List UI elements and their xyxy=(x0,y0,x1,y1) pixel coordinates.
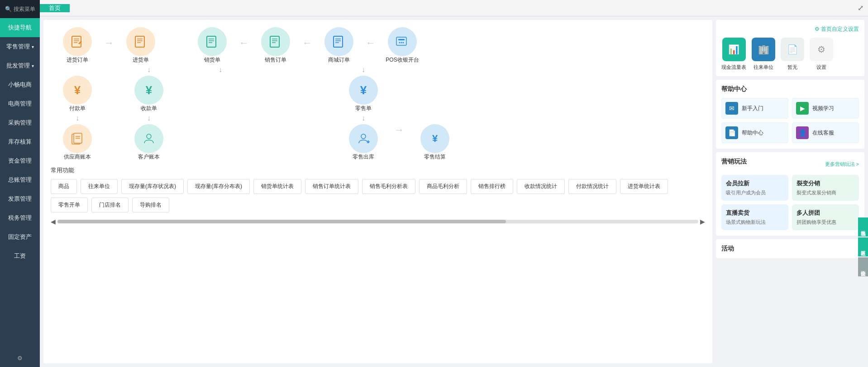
circle-sales-order[interactable] xyxy=(261,27,290,56)
circle-retail-bill[interactable]: ¥ xyxy=(349,76,378,105)
common-function-button[interactable]: 付款情况统计 xyxy=(568,179,616,194)
v-arrow-sales-order xyxy=(265,66,319,74)
node-purchase-bill[interactable]: 进货单 xyxy=(114,27,167,64)
help-item[interactable]: ✉新手入门 xyxy=(721,98,788,119)
sidebar-item-ledger[interactable]: 总账管理 xyxy=(0,170,40,189)
common-function-button[interactable]: 往来单位 xyxy=(81,179,118,194)
marketing-item[interactable]: 多人拼团拼团购物享受优惠 xyxy=(792,204,859,230)
marketing-item-title: 多人拼团 xyxy=(796,209,854,217)
node-receipt[interactable]: ¥ 收款单 xyxy=(122,76,176,112)
marketing-more[interactable]: 更多营销玩法 > xyxy=(825,161,859,168)
marketing-panel: 营销玩法 更多营销玩法 > 会员拉新吸引用户成为会员裂变分销裂变式发展分销商直播… xyxy=(716,152,864,236)
scroll-right[interactable]: ▶ xyxy=(700,218,705,225)
help-item[interactable]: 👤在线客服 xyxy=(792,122,859,143)
common-functions-title: 常用功能 xyxy=(51,166,705,174)
node-retail-bill[interactable]: ¥ 零售单 xyxy=(337,76,390,112)
svg-point-30 xyxy=(361,134,366,139)
sidebar-item-purchase[interactable]: 采购管理 xyxy=(0,113,40,132)
node-retail-settle[interactable]: ¥ 零售结算 xyxy=(408,124,462,161)
circle-pos[interactable] xyxy=(388,27,417,56)
common-function-button[interactable]: 销售毛利分析表 xyxy=(362,179,415,194)
node-payment[interactable]: ¥ 付款单 xyxy=(51,76,104,112)
sidebar-item-retail[interactable]: 零售管理▾ xyxy=(0,37,40,56)
node-customer-account[interactable]: 客户账本 xyxy=(122,124,176,161)
node-retail-out[interactable]: 零售出库 xyxy=(337,124,390,161)
label-receipt: 收款单 xyxy=(141,105,157,112)
common-function-button[interactable]: 销售订单统计表 xyxy=(305,179,358,194)
help-item[interactable]: ▶视频学习 xyxy=(792,98,859,119)
svg-rect-16 xyxy=(334,36,343,47)
common-function-button[interactable]: 零售开单 xyxy=(51,198,88,212)
svg-rect-8 xyxy=(207,36,216,47)
search-menu[interactable]: 🔍 搜索菜单 xyxy=(0,0,40,18)
scroll-track[interactable] xyxy=(57,220,698,223)
svg-rect-21 xyxy=(398,39,405,40)
sidebar-item-xiaochang[interactable]: 小畅电商 xyxy=(0,75,40,94)
quick-access-item[interactable]: 📊现金流量表 xyxy=(721,38,746,71)
circle-retail-settle[interactable]: ¥ xyxy=(420,124,449,153)
sidebar-item-quick-nav[interactable]: 快捷导航 xyxy=(0,18,40,37)
quick-access-item[interactable]: 📄暂无 xyxy=(781,38,804,71)
common-function-button[interactable]: 销货单统计表 xyxy=(253,179,301,194)
common-function-button[interactable]: 门店排名 xyxy=(91,198,129,212)
right-panel: ⚙ 首页自定义设置 📊现金流量表🏢往来单位📄暂无⚙设置 帮助中心 ✉新手入门▶视… xyxy=(714,16,868,367)
svg-point-29 xyxy=(147,134,151,139)
float-button[interactable]: 客服热线 xyxy=(858,217,868,237)
tab-首页[interactable]: 首页 xyxy=(40,4,70,12)
v-arrow-mall-order: ↓ xyxy=(337,66,390,74)
float-buttons: 客服热线服务社区桌面快捷 xyxy=(858,217,868,276)
sidebar-item-assets[interactable]: 固定资产 xyxy=(0,227,40,246)
common-function-button[interactable]: 进货单统计表 xyxy=(620,179,668,194)
v-arrow-payment: ↓ xyxy=(51,114,104,122)
flow-panel: 进货订单 → 进货单 xyxy=(43,20,712,363)
circle-purchase-bill[interactable] xyxy=(126,27,155,56)
node-pos[interactable]: POS收银开台 xyxy=(376,27,429,64)
sidebar-item-ecommerce[interactable]: 电商管理 xyxy=(0,94,40,113)
common-function-button[interactable]: 收款情况统计 xyxy=(517,179,565,194)
sidebar-item-salary[interactable]: 工资 xyxy=(0,246,40,266)
circle-purchase-order[interactable] xyxy=(63,27,92,56)
marketing-item[interactable]: 直播卖货场景式购物新玩法 xyxy=(721,204,788,230)
help-center-panel: 帮助中心 ✉新手入门▶视频学习📄帮助中心👤在线客服 xyxy=(716,80,864,149)
sidebar-item-tax[interactable]: 税务管理 xyxy=(0,208,40,227)
float-button[interactable]: 桌面快捷 xyxy=(858,257,868,276)
circle-supplier-account[interactable] xyxy=(63,124,92,153)
sidebar-item-invoice[interactable]: 发票管理 xyxy=(0,189,40,208)
node-mall-order[interactable]: 商城订单 xyxy=(312,27,366,64)
circle-mall-order[interactable] xyxy=(324,27,353,56)
node-sales-order[interactable]: 销售订单 xyxy=(249,27,302,64)
sidebar-settings[interactable]: ⚙ xyxy=(0,349,40,367)
chevron-icon: ▾ xyxy=(32,63,34,68)
sidebar-item-finance[interactable]: 资金管理 xyxy=(0,151,40,170)
common-function-button[interactable]: 现存量(库存状况表) xyxy=(121,179,184,194)
expand-button[interactable]: ⤢ xyxy=(853,4,868,12)
marketing-item[interactable]: 会员拉新吸引用户成为会员 xyxy=(721,175,788,201)
common-function-button[interactable]: 现存量(库存分布表) xyxy=(187,179,250,194)
common-functions-grid: 商品往来单位现存量(库存状况表)现存量(库存分布表)销货单统计表销售订单统计表销… xyxy=(51,179,705,212)
help-grid: ✉新手入门▶视频学习📄帮助中心👤在线客服 xyxy=(721,98,859,143)
float-button[interactable]: 服务社区 xyxy=(858,237,868,256)
circle-receipt[interactable]: ¥ xyxy=(134,76,163,105)
node-sales-bill[interactable]: 销货单 xyxy=(186,27,239,64)
circle-customer-account[interactable] xyxy=(134,124,163,153)
sidebar-item-inventory[interactable]: 库存核算 xyxy=(0,132,40,151)
help-item[interactable]: 📄帮助中心 xyxy=(721,122,788,143)
circle-payment[interactable]: ¥ xyxy=(63,76,92,105)
sidebar-item-wholesale[interactable]: 批发管理▾ xyxy=(0,56,40,75)
node-supplier-account[interactable]: 供应商账本 xyxy=(51,124,104,161)
marketing-item[interactable]: 裂变分销裂变式发展分销商 xyxy=(792,175,859,201)
quick-access-item[interactable]: ⚙设置 xyxy=(810,38,833,71)
common-function-button[interactable]: 商品毛利分析 xyxy=(419,179,467,194)
quick-access-label: 暂无 xyxy=(787,64,797,71)
circle-retail-out[interactable] xyxy=(349,124,378,153)
common-function-button[interactable]: 商品 xyxy=(51,179,77,194)
common-function-button[interactable]: 销售排行榜 xyxy=(471,179,513,194)
quick-access-icon: 🏢 xyxy=(752,38,775,61)
quick-access-item[interactable]: 🏢往来单位 xyxy=(752,38,775,71)
circle-sales-bill[interactable] xyxy=(198,27,227,56)
node-purchase-order[interactable]: 进货订单 xyxy=(51,27,104,64)
common-function-button[interactable]: 导购排名 xyxy=(132,198,169,212)
scroll-left[interactable]: ◀ xyxy=(51,218,56,225)
customize-button[interactable]: ⚙ 首页自定义设置 xyxy=(721,25,859,33)
scroll-bar[interactable]: ◀ ▶ xyxy=(51,218,705,225)
